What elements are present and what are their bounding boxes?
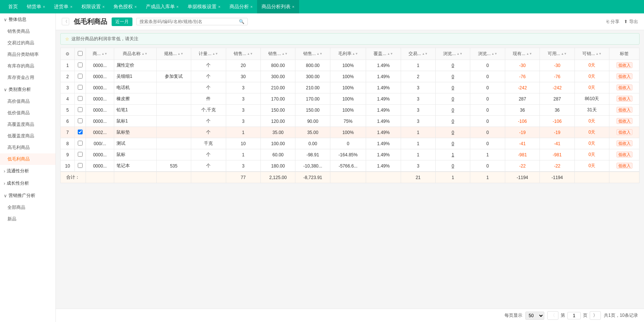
main-content: 《 低毛利商品 近一月 🔍 ⎗ 分享 ⬆ 导出 ☆ 这部分商品 [56,13,644,322]
row-views1[interactable]: 0 [436,105,470,116]
col-sales-profit[interactable]: 销售...▲▼ [295,48,330,60]
col-tag[interactable]: 标签 [609,48,640,60]
row-views1[interactable]: 0 [436,138,470,149]
sidebar-item-stock-capital[interactable]: 库存资金占用 [0,72,55,83]
prev-page-btn[interactable]: 〈 [547,311,558,320]
col-spec[interactable]: 规格...▲▼ [156,48,191,60]
nav-role-auth[interactable]: 角色授权 × [109,0,141,13]
sidebar-item-high-coverage[interactable]: 高覆盖度商品 [0,119,55,130]
export-btn[interactable]: ⬆ 导出 [624,19,638,25]
nav-product-entry[interactable]: 产成品入库单 × [141,0,183,13]
sidebar-item-high-margin[interactable]: 高毛利商品 [0,142,55,153]
col-unit[interactable]: 计量...▲▼ [191,48,226,60]
row-name[interactable]: 测试 [114,138,157,149]
close-role-auth-icon[interactable]: × [134,4,137,9]
nav-home[interactable]: 首页 [4,0,22,13]
close-permissions-icon[interactable]: × [102,4,105,9]
row-views1[interactable]: 0 [436,60,470,71]
row-views1[interactable]: 0 [436,116,470,127]
sidebar-item-sales-goods[interactable]: 销售类商品 [0,26,55,37]
sidebar-group-overall[interactable]: ∨ 整体信息 [0,13,55,26]
row-views1[interactable]: 0 [436,71,470,82]
sidebar-item-all-goods[interactable]: 全部商品 [0,202,55,213]
row-checkbox[interactable] [74,127,86,138]
col-current-stock[interactable]: 现有...▲▼ [505,48,539,60]
row-views1[interactable]: 0 [436,93,470,105]
nav-product-analysis-list[interactable]: 商品分析列表 × [257,0,299,13]
nav-template-settings[interactable]: 单据模板设置 × [183,0,225,13]
row-name[interactable]: 电话机 [114,82,157,93]
row-views1[interactable]: 1 [436,149,470,160]
sidebar-item-category-sales-rate[interactable]: 商品分类助销率 [0,49,55,60]
nav-purchase-order[interactable]: 进货单 × [49,0,77,13]
filter-recent-month-btn[interactable]: 近一月 [112,17,132,26]
row-checkbox[interactable] [74,82,86,93]
search-input[interactable] [140,19,237,24]
nav-sales-order[interactable]: 销货单 × [22,0,49,13]
col-sales-qty[interactable]: 销售...▲▼ [226,48,260,60]
row-checkbox[interactable] [74,71,86,82]
row-checkbox[interactable] [74,116,86,127]
nav-product-analysis[interactable]: 商品分析 × [225,0,257,13]
col-name[interactable]: 商品名称▲▼ [114,48,157,60]
col-code[interactable]: 商...▲▼ [86,48,114,60]
settings-icon[interactable]: ⚙ [65,51,70,57]
col-views1[interactable]: 浏览...▲▼ [436,48,470,60]
select-all-checkbox[interactable] [78,51,83,56]
row-name[interactable]: 笔记本 [114,160,157,172]
row-views2: 0 [470,60,505,71]
sidebar-group-category[interactable]: ∨ 类别查分析 [0,83,55,96]
sidebar-item-low-margin[interactable]: 低毛利商品 [0,153,55,165]
row-views1[interactable]: 0 [436,127,470,138]
close-template-settings-icon[interactable]: × [218,4,220,9]
col-sales-price[interactable]: 销售...▲▼ [261,48,295,60]
row-name[interactable]: 鼠标垫 [114,127,157,138]
per-page-select[interactable]: 2050100200 [525,312,544,320]
sidebar-item-traded-goods[interactable]: 交易过的商品 [0,37,55,49]
col-available[interactable]: 可用...▲▼ [540,48,574,60]
col-gross-rate[interactable]: 毛利率▲▼ [330,48,366,60]
table-row: 7 0002... 鼠标垫 个 1 35.00 35.00 100% 1.49%… [61,127,640,138]
row-views1[interactable]: 0 [436,82,470,93]
row-name[interactable]: 铅笔1 [114,105,157,116]
sidebar-collapse-btn[interactable]: 《 [62,18,69,25]
close-sales-order-icon[interactable]: × [43,4,45,9]
col-settings[interactable]: ⚙ [61,48,75,60]
share-btn[interactable]: ⎗ 分享 [606,19,619,25]
sidebar-item-low-coverage[interactable]: 低覆盖度商品 [0,130,55,142]
page-number-input[interactable] [567,312,581,319]
close-product-analysis-list-icon[interactable]: × [292,4,294,9]
table-wrapper[interactable]: ⚙ 商...▲▼ 商品名称▲▼ 规格...▲▼ 计量...▲▼ 销售...▲▼ … [56,45,644,309]
row-checkbox[interactable] [74,60,86,71]
col-sellable[interactable]: 可销...▲▼ [574,48,609,60]
col-transactions[interactable]: 交易...▲▼ [401,48,435,60]
row-checkbox[interactable] [74,105,86,116]
row-name[interactable]: 属性定价 [114,60,157,71]
row-sales-profit: 800.00 [295,60,330,71]
col-views2[interactable]: 浏览...▲▼ [470,48,505,60]
sidebar-group-growth[interactable]: › 成长性分析 [0,177,55,189]
row-checkbox[interactable] [74,160,86,172]
row-name[interactable]: 橡皮擦 [114,93,157,105]
sidebar-item-in-stock[interactable]: 有库存的商品 [0,60,55,72]
close-product-analysis-icon[interactable]: × [250,4,253,9]
row-checkbox[interactable] [74,138,86,149]
row-name[interactable]: 鼠标 [114,149,157,160]
next-page-btn[interactable]: 〉 [590,311,601,320]
sidebar-item-new-goods[interactable]: 新品 [0,213,55,225]
col-coverage[interactable]: 覆盖...▲▼ [366,48,401,60]
sidebar: ∨ 整体信息 销售类商品 交易过的商品 商品分类助销率 有库存的商品 库存资金占… [0,13,56,322]
row-views1[interactable]: 0 [436,160,470,172]
sidebar-item-high-value[interactable]: 高价值商品 [0,96,55,107]
row-name[interactable]: 鼠标1 [114,116,157,127]
close-product-entry-icon[interactable]: × [176,4,179,9]
close-purchase-order-icon[interactable]: × [70,4,72,9]
sidebar-group-marketing[interactable]: ∨ 营销推广分析 [0,189,55,202]
row-name[interactable]: 吴细细1 [114,71,157,82]
nav-permissions[interactable]: 权限设置 × [77,0,109,13]
row-checkbox[interactable] [74,93,86,105]
sidebar-item-low-value[interactable]: 低价值商品 [0,107,55,119]
sidebar-group-circulation[interactable]: › 流通性分析 [0,165,55,177]
search-icon[interactable]: 🔍 [239,19,244,24]
row-checkbox[interactable] [74,149,86,160]
